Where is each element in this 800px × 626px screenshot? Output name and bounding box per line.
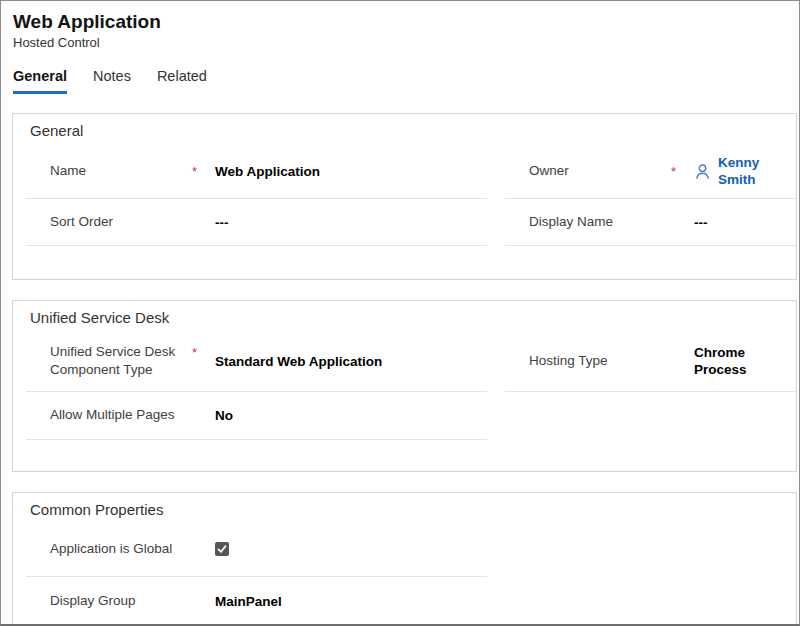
section-common-properties-fields: Application is Global Display Group [26, 523, 796, 625]
tab-related[interactable]: Related [157, 67, 207, 94]
required-asterisk: * [192, 164, 215, 179]
form-header: Web Application Hosted Control [1, 1, 799, 51]
application-is-global-checkbox[interactable] [215, 542, 229, 556]
field-application-is-global-label: Application is Global [50, 540, 192, 558]
tab-general[interactable]: General [13, 67, 67, 94]
field-row-display-group: Display Group MainPanel [26, 577, 487, 625]
empty-cell [505, 577, 796, 625]
page-title: Web Application [13, 10, 799, 33]
empty-cell [505, 523, 796, 577]
hosted-control-form: Web Application Hosted Control General N… [0, 0, 800, 626]
empty-cell [505, 392, 796, 440]
tab-notes[interactable]: Notes [93, 67, 131, 94]
field-row-display-name: Display Name --- [505, 199, 796, 246]
section-common-properties: Common Properties Application is Global [12, 492, 797, 626]
field-hosting-type-label: Hosting Type [529, 352, 671, 370]
field-component-type-value[interactable]: Standard Web Application [215, 353, 382, 370]
section-usd-fields: Unified Service Desk Component Type * St… [26, 331, 796, 440]
section-general: General Name * Web Application Owner * [12, 113, 797, 280]
field-display-group-label: Display Group [50, 592, 192, 610]
field-hosting-type-value[interactable]: Chrome Process [694, 344, 796, 378]
field-row-name: Name * Web Application [26, 144, 487, 199]
owner-link[interactable]: Kenny Smith [718, 154, 796, 188]
field-allow-multiple-pages-value[interactable]: No [215, 407, 233, 424]
section-general-title: General [30, 121, 796, 141]
field-display-name-value[interactable]: --- [694, 214, 708, 231]
page-subtitle: Hosted Control [13, 35, 799, 51]
field-display-group-value[interactable]: MainPanel [215, 593, 282, 610]
section-general-fields: Name * Web Application Owner * [26, 144, 796, 246]
field-row-allow-multiple-pages: Allow Multiple Pages No [26, 392, 487, 440]
form-body: General Name * Web Application Owner * [1, 113, 799, 626]
field-row-application-is-global: Application is Global [26, 523, 487, 577]
field-owner-value[interactable]: Kenny Smith [694, 154, 796, 188]
required-asterisk: * [192, 331, 215, 360]
field-name-value[interactable]: Web Application [215, 163, 320, 180]
field-row-component-type: Unified Service Desk Component Type * St… [26, 331, 487, 392]
field-allow-multiple-pages-label: Allow Multiple Pages [50, 406, 192, 424]
section-common-properties-title: Common Properties [30, 500, 796, 520]
field-row-hosting-type: Hosting Type Chrome Process [505, 331, 796, 392]
required-asterisk: * [671, 164, 694, 179]
field-display-name-label: Display Name [529, 213, 671, 231]
field-component-type-label: Unified Service Desk Component Type [50, 343, 192, 379]
field-sort-order-value[interactable]: --- [215, 214, 229, 231]
section-usd-title: Unified Service Desk [30, 308, 796, 328]
field-application-is-global-value [215, 541, 229, 558]
field-name-label: Name [50, 162, 192, 180]
field-row-sort-order: Sort Order --- [26, 199, 487, 246]
tab-bar: General Notes Related [13, 67, 799, 94]
person-icon [694, 163, 711, 180]
section-unified-service-desk: Unified Service Desk Unified Service Des… [12, 300, 797, 472]
field-sort-order-label: Sort Order [50, 213, 192, 231]
field-owner-label: Owner [529, 162, 671, 180]
field-row-owner: Owner * Kenny Smith [505, 144, 796, 199]
